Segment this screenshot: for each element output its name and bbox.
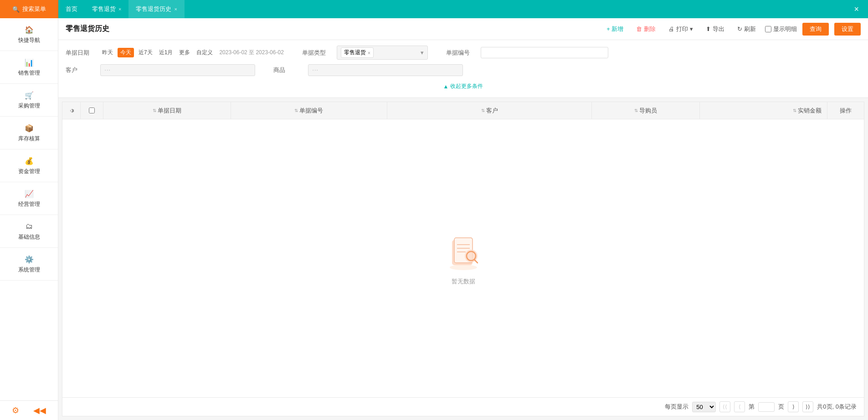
doc-type-dropdown-icon[interactable]: ▾ bbox=[421, 49, 424, 56]
content-area: 零售退货历史 + 新增 🗑 删除 🖨 打印 ▾ ⬆ 导出 ↻ 刷新 bbox=[58, 18, 868, 420]
th-settings[interactable] bbox=[62, 102, 81, 119]
th-action-label: 操作 bbox=[840, 107, 852, 115]
doc-number-input[interactable] bbox=[481, 47, 608, 58]
refresh-button[interactable]: ↻ 刷新 bbox=[734, 23, 760, 35]
print-button[interactable]: 🖨 打印 ▾ bbox=[665, 23, 697, 35]
page-size-select[interactable]: 10 20 50 100 bbox=[692, 402, 716, 412]
settings-gear-icon[interactable]: ⚙ bbox=[12, 405, 19, 415]
sidebar-item-quick-nav-label: 快捷导航 bbox=[18, 36, 40, 44]
date-shortcut-yesterday[interactable]: 昨天 bbox=[100, 48, 115, 57]
sales-icon: 📊 bbox=[24, 57, 34, 67]
th-checkbox[interactable] bbox=[81, 102, 103, 119]
show-detail-checkbox[interactable] bbox=[765, 26, 771, 32]
sidebar-item-sales-mgmt[interactable]: 📊 销售管理 bbox=[0, 51, 58, 84]
print-icon: 🖨 bbox=[668, 26, 674, 32]
sidebar-item-basic-info[interactable]: 🗂 基础信息 bbox=[0, 215, 58, 248]
show-detail-text: 显示明细 bbox=[773, 25, 797, 33]
basic-info-icon: 🗂 bbox=[24, 221, 34, 231]
page-title: 零售退货历史 bbox=[66, 24, 109, 34]
tab-retail-return-history-close[interactable]: × bbox=[174, 6, 177, 12]
th-amount-label: 实销金额 bbox=[798, 107, 822, 115]
collapse-btn-label: 收起更多条件 bbox=[450, 82, 483, 90]
sidebar-item-inventory-label: 库存核算 bbox=[18, 135, 40, 143]
date-shortcut-today[interactable]: 今天 bbox=[118, 48, 134, 57]
sidebar-item-inventory[interactable]: 📦 库存核算 bbox=[0, 117, 58, 149]
purchase-icon: 🛒 bbox=[24, 90, 34, 100]
total-text: 共0页, 0条记录 bbox=[817, 403, 857, 411]
doc-type-filter[interactable]: 零售退货 × ▾ bbox=[337, 46, 428, 60]
delete-button[interactable]: 🗑 删除 bbox=[632, 23, 659, 35]
column-settings-icon bbox=[68, 107, 75, 114]
export-button[interactable]: ⬆ 导出 bbox=[702, 23, 728, 35]
th-customer-label: 客户 bbox=[486, 107, 498, 115]
doc-type-tag-text: 零售退货 bbox=[344, 49, 366, 56]
audio-icon[interactable]: ◀◀ bbox=[33, 405, 46, 415]
th-doc-no[interactable]: ⇅ 单据编号 bbox=[231, 102, 387, 119]
tab-home[interactable]: 首页 bbox=[58, 0, 85, 18]
sidebar-item-quick-nav[interactable]: 🏠 快捷导航 bbox=[0, 18, 58, 51]
date-shortcut-last7[interactable]: 近7天 bbox=[137, 48, 154, 57]
empty-illustration bbox=[443, 231, 484, 272]
page-size-label: 每页显示 bbox=[665, 403, 688, 411]
th-doc-no-label: 单据编号 bbox=[299, 107, 323, 115]
goods-filter-label: 商品 bbox=[273, 66, 301, 74]
prev-page-btn[interactable]: ⟨ bbox=[734, 401, 745, 412]
select-all-checkbox[interactable] bbox=[89, 108, 95, 113]
th-amount[interactable]: ⇅ 实销金额 bbox=[700, 102, 827, 119]
goods-filter[interactable]: ··· bbox=[308, 64, 463, 76]
filter-area: 单据日期 昨天 今天 近7天 近1月 更多 自定义 2023-06-02 至 2… bbox=[58, 40, 868, 98]
th-date[interactable]: ⇅ 单据日期 bbox=[103, 102, 231, 119]
th-customer[interactable]: ⇅ 客户 bbox=[387, 102, 592, 119]
app-close-btn[interactable]: × bbox=[850, 5, 863, 14]
new-button[interactable]: + 新增 bbox=[603, 23, 627, 35]
date-shortcut-more[interactable]: 更多 bbox=[177, 48, 192, 57]
date-shortcut-last1m[interactable]: 近1月 bbox=[157, 48, 175, 57]
collapse-up-icon: ▲ bbox=[443, 83, 449, 90]
doc-type-label: 单据类型 bbox=[302, 49, 329, 57]
doc-type-tag-close[interactable]: × bbox=[368, 50, 370, 56]
date-shortcuts: 昨天 今天 近7天 近1月 更多 自定义 2023-06-02 至 2023-0… bbox=[100, 48, 284, 57]
date-filter-label: 单据日期 bbox=[66, 49, 93, 57]
sidebar-item-purchase-mgmt[interactable]: 🛒 采购管理 bbox=[0, 84, 58, 117]
sidebar-item-basic-info-label: 基础信息 bbox=[18, 233, 40, 241]
customer-filter[interactable]: ··· bbox=[100, 64, 255, 76]
query-button[interactable]: 查询 bbox=[802, 23, 829, 36]
date-range-text: 2023-06-02 至 2023-06-02 bbox=[219, 49, 283, 56]
search-menu-btn[interactable]: 🔍 搜索菜单 bbox=[0, 0, 58, 18]
empty-text: 暂无数据 bbox=[452, 277, 475, 286]
th-guide[interactable]: ⇅ 导购员 bbox=[592, 102, 700, 119]
doc-number-label: 单据编号 bbox=[446, 49, 473, 57]
sidebar-item-system-mgmt[interactable]: ⚙️ 系统管理 bbox=[0, 248, 58, 281]
system-mgmt-icon: ⚙️ bbox=[24, 254, 34, 264]
last-page-btn[interactable]: ⟩⟩ bbox=[802, 401, 813, 412]
refresh-icon: ↻ bbox=[737, 26, 742, 32]
export-label: 导出 bbox=[713, 25, 724, 33]
print-dropdown-icon: ▾ bbox=[690, 26, 693, 32]
page-header: 零售退货历史 + 新增 🗑 删除 🖨 打印 ▾ ⬆ 导出 ↻ 刷新 bbox=[58, 18, 868, 40]
first-page-btn[interactable]: ⟨⟨ bbox=[719, 401, 730, 412]
tab-home-label: 首页 bbox=[66, 5, 77, 13]
sidebar-item-purchase-mgmt-label: 采购管理 bbox=[18, 102, 40, 110]
page-number-input[interactable]: 1 bbox=[758, 402, 775, 412]
finance-icon: 💰 bbox=[24, 156, 34, 166]
setting-button[interactable]: 设置 bbox=[834, 23, 861, 36]
collapse-btn[interactable]: ▲ 收起更多条件 bbox=[438, 81, 489, 92]
date-shortcut-custom[interactable]: 自定义 bbox=[195, 48, 215, 57]
doc-type-tag: 零售退货 × bbox=[341, 47, 374, 58]
sidebar-item-finance[interactable]: 💰 资金管理 bbox=[0, 149, 58, 182]
next-page-btn[interactable]: ⟩ bbox=[788, 401, 799, 412]
tab-retail-return-history[interactable]: 零售退货历史 × bbox=[128, 0, 184, 18]
search-menu-label: 搜索菜单 bbox=[22, 5, 46, 13]
header-actions: + 新增 🗑 删除 🖨 打印 ▾ ⬆ 导出 ↻ 刷新 显示明细 bbox=[603, 23, 861, 36]
tab-retail-return-label: 零售退货 bbox=[92, 5, 116, 13]
goods-ellipsis: ··· bbox=[312, 66, 318, 74]
show-detail-label[interactable]: 显示明细 bbox=[765, 25, 797, 33]
tab-retail-return-close[interactable]: × bbox=[118, 6, 121, 12]
sidebar-item-operations[interactable]: 📈 经营管理 bbox=[0, 182, 58, 215]
main-layout: 🏠 快捷导航 📊 销售管理 🛒 采购管理 📦 库存核算 💰 资金管理 📈 经营管… bbox=[0, 18, 868, 420]
tab-retail-return-history-label: 零售退货历史 bbox=[136, 5, 171, 13]
table-area: ⇅ 单据日期 ⇅ 单据编号 ⇅ 客户 ⇅ 导购员 ⇅ 实销金额 bbox=[62, 102, 864, 416]
table-body: 暂无数据 bbox=[62, 119, 864, 397]
sidebar-item-finance-label: 资金管理 bbox=[18, 168, 40, 175]
tab-retail-return[interactable]: 零售退货 × bbox=[85, 0, 128, 18]
